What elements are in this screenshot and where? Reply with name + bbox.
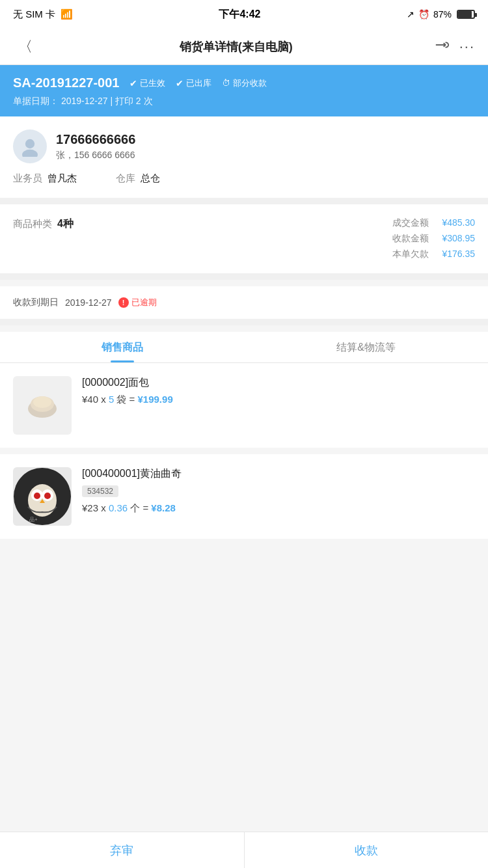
header-banner: SA-20191227-001 ✔ 已生效 ✔ 已出库 ⏱ 部分收款 单据日期：…: [0, 65, 488, 116]
check-icon-2: ✔: [176, 78, 183, 88]
divider-3: [0, 319, 488, 325]
order-info-row: SA-20191227-001 ✔ 已生效 ✔ 已出库 ⏱ 部分收款: [13, 75, 475, 90]
svg-point-9: [34, 493, 40, 499]
amount-value: ¥485.30: [442, 217, 475, 229]
tab-label-1: 结算&物流等: [336, 342, 396, 353]
product-tag-1: 534532: [82, 485, 118, 497]
order-id: SA-20191227-001: [13, 75, 119, 90]
print-count-val: 2: [136, 96, 141, 106]
alarm-icon: ⏰: [418, 9, 429, 20]
qty-0: 5: [109, 394, 114, 405]
stats-section: 商品种类 4种 成交金额 ¥485.30 收款金额 ¥308.95 本单欠款 ¥…: [0, 204, 488, 273]
stats-row: 商品种类 4种 成交金额 ¥485.30 收款金额 ¥308.95 本单欠款 ¥…: [13, 217, 475, 260]
sales-label: 业务员: [13, 172, 42, 185]
customer-id: 17666666666: [56, 132, 135, 147]
status-time: 下午4:42: [219, 8, 260, 21]
overdue-dot: !: [118, 297, 129, 308]
more-button[interactable]: ···: [459, 38, 475, 55]
battery-text: 87%: [433, 9, 452, 20]
order-date: 2019-12-27: [61, 96, 108, 106]
due-date: 2019-12-27: [65, 297, 112, 308]
date-label: 单据日期：: [13, 96, 59, 106]
nav-actions: ···: [435, 38, 475, 55]
overdue-badge: ! 已逾期: [118, 297, 157, 308]
print-label: 打印: [115, 96, 133, 106]
product-price-1: ¥23 x 0.36 个 = ¥8.28: [82, 502, 475, 515]
divider-2: [0, 273, 488, 280]
tabs-row: 销售商品 结算&物流等: [0, 332, 488, 362]
customer-meta: 业务员 曾凡杰 仓库 总仓: [13, 172, 475, 185]
sales-value: 曾凡杰: [47, 172, 77, 185]
wifi-icon: 📶: [61, 8, 73, 20]
page-title: 销货单详情(来自电脑): [38, 39, 435, 55]
clock-icon: ⏱: [222, 78, 230, 88]
product-type-stat: 商品种类 4种: [13, 217, 74, 231]
price-0: ¥40: [82, 394, 98, 405]
status-effective: ✔ 已生效: [129, 77, 165, 89]
product-item-0: [0000002]面包 ¥40 x 5 袋 = ¥199.99: [0, 363, 488, 448]
product-item-1: 品+ [000400001]黄油曲奇 534532 ¥23 x 0.36 个 =…: [0, 454, 488, 539]
sales-meta: 业务员 曾凡杰: [13, 172, 77, 185]
avatar: [13, 129, 47, 163]
debt-line: 本单欠款 ¥176.35: [392, 249, 475, 260]
divider-1: [0, 198, 488, 204]
type-label: 商品种类: [13, 218, 52, 230]
customer-section: 17666666666 张，156 6666 6666 业务员 曾凡杰 仓库 总…: [0, 116, 488, 198]
product-price-0: ¥40 x 5 袋 = ¥199.99: [82, 394, 475, 406]
check-icon-1: ✔: [129, 78, 137, 88]
warehouse-value: 总仓: [141, 172, 160, 185]
tab-settlement[interactable]: 结算&物流等: [244, 332, 488, 362]
status-left: 无 SIM 卡 📶: [13, 8, 73, 21]
location-icon: ↗: [407, 9, 414, 20]
amount-label: 成交金额: [392, 217, 429, 229]
due-section: 收款到期日 2019-12-27 ! 已逾期: [0, 286, 488, 319]
warehouse-meta: 仓库 总仓: [116, 172, 160, 185]
svg-point-10: [44, 493, 51, 499]
cancel-audit-button[interactable]: 弃审: [0, 832, 245, 868]
amount-stats: 成交金额 ¥485.30 收款金额 ¥308.95 本单欠款 ¥176.35: [392, 217, 475, 260]
svg-text:品+: 品+: [29, 517, 38, 522]
type-count: 4种: [57, 217, 74, 231]
header-date-row: 单据日期： 2019-12-27 | 打印 2 次: [13, 96, 475, 107]
svg-point-0: [25, 139, 34, 148]
battery-bar: [457, 10, 475, 19]
total-1: ¥8.28: [151, 502, 176, 513]
received-label: 收款金额: [392, 233, 429, 245]
customer-sub: 张，156 6666 6666: [56, 150, 135, 161]
status-shipped: ✔ 已出库: [176, 77, 211, 89]
amount-line: 成交金额 ¥485.30: [392, 217, 475, 229]
received-line: 收款金额 ¥308.95: [392, 233, 475, 245]
battery-fill: [458, 11, 472, 18]
debt-label: 本单欠款: [392, 249, 429, 260]
divider-pipe: |: [110, 96, 115, 106]
bottom-bar: 弃审 收款: [0, 832, 488, 868]
warehouse-label: 仓库: [116, 172, 135, 185]
product-name-1: [000400001]黄油曲奇: [82, 467, 475, 481]
product-info-0: [0000002]面包 ¥40 x 5 袋 = ¥199.99: [82, 376, 475, 406]
qty-1: 0.36: [109, 502, 128, 513]
customer-info: 17666666666 张，156 6666 6666: [56, 132, 135, 161]
received-value: ¥308.95: [442, 233, 475, 245]
svg-point-1: [22, 150, 38, 157]
product-image-0: [13, 376, 72, 435]
tab-sales-goods[interactable]: 销售商品: [0, 332, 244, 362]
status-right: ↗ ⏰ 87%: [407, 9, 475, 20]
tabs-section: 销售商品 结算&物流等: [0, 332, 488, 363]
back-button[interactable]: 〈: [13, 32, 38, 62]
product-name-0: [0000002]面包: [82, 376, 475, 390]
product-list: [0000002]面包 ¥40 x 5 袋 = ¥199.99: [0, 363, 488, 539]
status-bar: 无 SIM 卡 📶 下午4:42 ↗ ⏰ 87%: [0, 0, 488, 29]
due-label: 收款到期日: [13, 297, 59, 308]
product-image-1: 品+: [13, 467, 72, 526]
svg-point-4: [33, 396, 51, 408]
customer-row: 17666666666 张，156 6666 6666: [13, 129, 475, 163]
tab-label-0: 销售商品: [102, 342, 143, 353]
product-info-1: [000400001]黄油曲奇 534532 ¥23 x 0.36 个 = ¥8…: [82, 467, 475, 515]
collect-payment-button[interactable]: 收款: [245, 832, 489, 868]
status-partial: ⏱ 部分收款: [222, 77, 267, 89]
debt-value: ¥176.35: [442, 249, 475, 260]
nav-bar: 〈 销货单详情(来自电脑) ···: [0, 29, 488, 65]
total-0: ¥199.99: [138, 394, 173, 405]
share-button[interactable]: [435, 38, 449, 55]
price-1: ¥23: [82, 502, 98, 513]
